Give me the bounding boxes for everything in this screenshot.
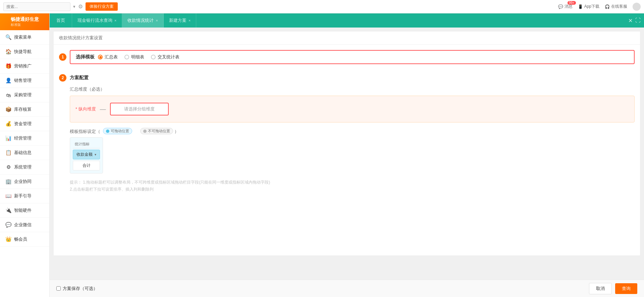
sidebar-item-label: 采购管理 [14, 92, 32, 98]
page-content: 收款情况统计方案设置 1 选择模板 汇总表 明细表 交叉统计表 [50, 28, 644, 280]
support-icon: 🎧 [605, 4, 610, 9]
purchase-icon: 🛍 [5, 92, 11, 98]
paren-close: ） [174, 129, 179, 134]
draggable-dot [106, 130, 109, 133]
tab-label: 首页 [56, 17, 65, 23]
message-badge: 99+ [568, 1, 576, 5]
radio-cross[interactable]: 交叉统计表 [151, 54, 179, 60]
top-bar-right: 💬 消息 99+ 📱 App下载 🎧 在线客服 [558, 3, 641, 11]
online-support-label: 在线客服 [611, 4, 627, 9]
save-checkbox[interactable]: 方案保存（可选） [56, 286, 98, 292]
step2-section: 2 方案配置 汇总维度（必选） * 纵向维度 — 请选择分组维度 [54, 74, 640, 199]
sidebar-nav: 🔍搜索菜单🏠快捷导航🎁营销推广👤销售管理🛍采购管理📦库存核算💰资金管理📊经营管理… [0, 30, 49, 297]
step1-title: 选择模板 [76, 54, 95, 60]
sidebar-item-corp-wechat[interactable]: 💬企业微信 [0, 218, 49, 232]
tip-item: 提示： 1.拖动标题栏可以调整布局，不可跨维度或指标区域拖动栏目字段(只能在同一… [70, 179, 635, 186]
step2-title: 方案配置 [70, 75, 89, 81]
operation-icon: 📊 [5, 135, 11, 141]
top-bar-left: ▾ ⚙ 体验行业方案 [3, 2, 558, 11]
sidebar-item-label: 新手引导 [14, 193, 32, 199]
corp-collab-icon: 🏢 [5, 179, 11, 185]
avatar[interactable] [633, 3, 641, 11]
base-icon: 📋 [5, 150, 11, 156]
quick-nav-icon: 🏠 [5, 49, 11, 55]
message-item[interactable]: 💬 消息 99+ [558, 4, 573, 9]
radio-label-summary: 汇总表 [105, 54, 118, 60]
content-area: 首页现金银行流水查询×收款情况统计×新建方案×✕⛶ 收款情况统计方案设置 1 选… [50, 13, 644, 297]
sidebar-item-label: 资金管理 [14, 121, 32, 127]
metrics-section-label: 模板指标设定（ [70, 129, 100, 134]
sidebar-item-label: 快捷导航 [14, 49, 32, 55]
message-icon: 💬 [558, 4, 563, 9]
sales-icon: 👤 [5, 78, 11, 84]
sidebar-item-label: 搜索菜单 [14, 34, 32, 40]
marketing-icon: 🎁 [5, 63, 11, 69]
sidebar-item-system[interactable]: ⚙系统管理 [0, 160, 49, 175]
sidebar-item-purchase[interactable]: 🛍采购管理 [0, 88, 49, 102]
step2-num: 2 [59, 74, 66, 82]
close-window-icon[interactable]: ✕ [628, 17, 633, 24]
tab-close-icon[interactable]: × [156, 18, 158, 22]
sidebar-item-label: 智能硬件 [14, 207, 32, 213]
settings-icon[interactable]: ⚙ [78, 3, 83, 10]
search-icon: 🔍 [5, 34, 11, 40]
system-icon: ⚙ [5, 164, 11, 170]
non-draggable-label: 不可拖动位置 [148, 129, 170, 134]
smart-hw-icon: 🔌 [5, 207, 11, 213]
tab-new-plan[interactable]: 新建方案× [164, 13, 196, 28]
metrics-hint: 模板指标设定（ 可拖动位置 不可拖动位置 ） [70, 128, 635, 135]
metrics-subtag: 合计 [73, 161, 100, 170]
metrics-tag-item[interactable]: 收款金额 ▾ [73, 150, 100, 159]
sidebar-item-label: 销售管理 [14, 78, 32, 84]
sidebar-item-inventory[interactable]: 📦库存核算 [0, 102, 49, 117]
sidebar-item-label: 经营管理 [14, 135, 32, 141]
sidebar-item-operation[interactable]: 📊经营管理 [0, 131, 49, 146]
sidebar-item-guide[interactable]: 📖新手引导 [0, 189, 49, 203]
cancel-button[interactable]: 取消 [589, 283, 612, 294]
dim-selector[interactable]: 请选择分组维度 [110, 103, 169, 115]
sidebar-item-quick-nav[interactable]: 🏠快捷导航 [0, 45, 49, 59]
radio-label-cross: 交叉统计表 [158, 54, 179, 60]
step1-section: 1 选择模板 汇总表 明细表 交叉统计表 [54, 45, 640, 74]
sidebar-item-label: 库存核算 [14, 106, 32, 112]
chevron-down-icon: ▾ [95, 153, 96, 156]
sidebar: 畅捷通好生意 标准版 🔍搜索菜单🏠快捷导航🎁营销推广👤销售管理🛍采购管理📦库存核… [0, 13, 50, 297]
online-support-item[interactable]: 🎧 在线客服 [605, 4, 627, 9]
sidebar-item-label: 企业协同 [14, 179, 32, 185]
member-icon: 👑 [5, 236, 11, 242]
sidebar-item-label: 企业微信 [14, 222, 32, 228]
maximize-icon[interactable]: ⛶ [635, 17, 641, 23]
bottom-bar: 方案保存（可选） 取消 查询 [50, 280, 644, 297]
metrics-tag-area: 统计指标 收款金额 ▾ 合计 [70, 137, 103, 174]
sidebar-item-member[interactable]: 👑畅会员 [0, 232, 49, 247]
top-bar: ▾ ⚙ 体验行业方案 💬 消息 99+ 📱 App下载 🎧 在线客服 [0, 0, 644, 13]
radio-summary[interactable]: 汇总表 [98, 54, 118, 60]
tab-home[interactable]: 首页 [50, 13, 72, 28]
tab-close-icon[interactable]: × [189, 18, 191, 22]
dimension-row: * 纵向维度 — 请选择分组维度 [75, 103, 629, 115]
query-button[interactable]: 查询 [615, 283, 637, 294]
tab-receipt-stat[interactable]: 收款情况统计× [122, 13, 163, 28]
search-input[interactable] [3, 2, 70, 11]
step1-num: 1 [59, 53, 66, 61]
save-checkbox-input[interactable] [56, 286, 61, 291]
sidebar-item-corp-collab[interactable]: 🏢企业协同 [0, 175, 49, 189]
sidebar-item-smart-hw[interactable]: 🔌智能硬件 [0, 203, 49, 218]
trial-button[interactable]: 体验行业方案 [86, 2, 118, 11]
template-radio-group: 汇总表 明细表 交叉统计表 [98, 54, 179, 60]
sidebar-item-finance[interactable]: 💰资金管理 [0, 117, 49, 131]
app-download-item[interactable]: 📱 App下载 [578, 4, 599, 9]
sidebar-item-base[interactable]: 📋基础信息 [0, 146, 49, 160]
tab-bank-flow[interactable]: 现金银行流水查询× [72, 13, 122, 28]
tab-label: 现金银行流水查询 [77, 17, 112, 23]
tab-label: 收款情况统计 [127, 17, 154, 23]
sidebar-item-sales[interactable]: 👤销售管理 [0, 73, 49, 88]
sidebar-item-search[interactable]: 🔍搜索菜单 [0, 30, 49, 45]
sidebar-item-marketing[interactable]: 🎁营销推广 [0, 59, 49, 73]
dimension-area: * 纵向维度 — 请选择分组维度 [70, 96, 635, 122]
radio-detail[interactable]: 明细表 [124, 54, 144, 60]
dropdown-arrow-icon[interactable]: ▾ [73, 4, 75, 9]
vertical-dim-label: * 纵向维度 [75, 106, 96, 112]
tab-bar: 首页现金银行流水查询×收款情况统计×新建方案×✕⛶ [50, 13, 644, 28]
tab-close-icon[interactable]: × [114, 18, 116, 22]
